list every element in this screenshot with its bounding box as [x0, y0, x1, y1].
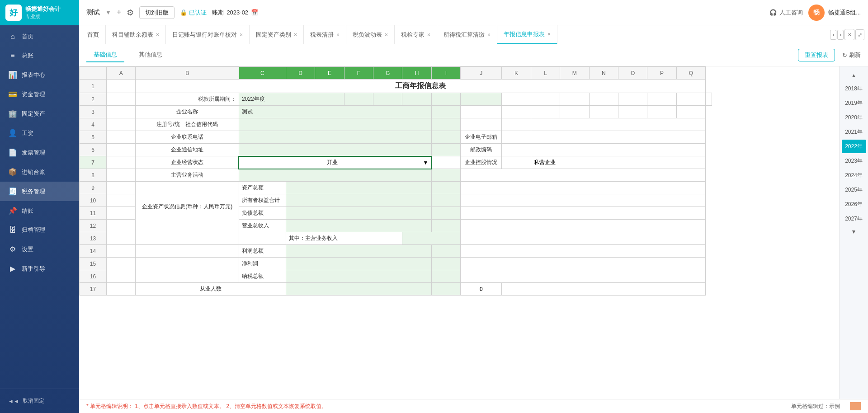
year-2025[interactable]: 2025年 [842, 183, 866, 197]
year-2021[interactable]: 2021年 [842, 125, 866, 139]
cell-15b[interactable] [136, 258, 239, 270]
cell-14i[interactable] [431, 245, 460, 258]
year-2019[interactable]: 2019年 [842, 96, 866, 110]
cell-7c-dropdown[interactable]: 开业 ▼ [239, 156, 431, 169]
year-2023[interactable]: 2023年 [842, 154, 866, 168]
col-header-m[interactable]: M [560, 67, 589, 80]
cell-2k[interactable] [531, 93, 560, 106]
tab-fixed-close[interactable]: × [294, 32, 297, 38]
col-header-j[interactable]: J [461, 67, 502, 80]
sidebar-item-tax[interactable]: 🧾 税务管理 [0, 182, 79, 201]
cell-3p[interactable] [647, 106, 676, 118]
cell-11j[interactable] [461, 207, 706, 220]
cell-6k[interactable] [502, 144, 706, 156]
sidebar-item-closing[interactable]: 📌 结账 [0, 201, 79, 221]
cell-17a[interactable] [107, 283, 136, 296]
cell-6a[interactable] [107, 144, 136, 156]
col-header-g[interactable]: G [373, 67, 402, 80]
cell-2g[interactable] [402, 93, 431, 106]
cell-16b[interactable] [136, 270, 239, 283]
cell-9a[interactable] [107, 182, 136, 194]
cell-2l[interactable] [560, 93, 589, 106]
tab-close-all-button[interactable]: × [844, 29, 854, 40]
cell-10j[interactable] [461, 194, 706, 207]
cell-2q[interactable] [706, 93, 712, 106]
tab-income-tax[interactable]: 所得税汇算清缴 × [437, 25, 497, 44]
tab-home[interactable]: 首页 [81, 25, 106, 44]
user-menu[interactable]: 畅 畅捷通B组... [808, 5, 861, 21]
cell-12j[interactable] [461, 220, 706, 232]
sidebar-item-settings[interactable]: ⚙ 设置 [0, 239, 79, 259]
cell-17i[interactable] [431, 283, 460, 296]
cell-10a[interactable] [107, 194, 136, 207]
cell-8j[interactable] [461, 169, 706, 182]
cell-12a[interactable] [107, 220, 136, 232]
cell-14b[interactable] [136, 245, 239, 258]
cell-9d[interactable] [286, 182, 431, 194]
cell-17d[interactable] [286, 283, 431, 296]
cell-8a[interactable] [107, 169, 136, 182]
cell-2m[interactable] [589, 93, 618, 106]
cell-3i[interactable] [431, 106, 460, 118]
cell-11d[interactable] [286, 207, 431, 220]
cell-3c[interactable]: 测试 [239, 106, 431, 118]
cell-2i[interactable] [461, 93, 502, 106]
cell-15j[interactable] [461, 258, 706, 270]
col-header-a[interactable]: A [107, 67, 136, 80]
cell-3q[interactable] [676, 106, 705, 118]
refresh-button[interactable]: ↻ 刷新 [842, 51, 861, 59]
sidebar-item-ledger[interactable]: ≡ 总账 [0, 46, 79, 65]
col-header-p[interactable]: P [647, 67, 676, 80]
sidebar-item-home[interactable]: ⌂ 首页 [0, 27, 79, 46]
cell-4j[interactable] [461, 118, 502, 131]
cell-11a[interactable] [107, 207, 136, 220]
col-header-d[interactable]: D [286, 67, 315, 80]
unpin-button[interactable]: ◄◄ 取消固定 [0, 393, 79, 409]
cell-2p[interactable] [676, 93, 705, 106]
tab-annual-report-close[interactable]: × [547, 31, 551, 38]
spreadsheet-scroll[interactable]: A B C D E F G H I J K L [79, 66, 839, 399]
cell-2n[interactable] [618, 93, 647, 106]
cell-3n[interactable] [589, 106, 618, 118]
year-2026[interactable]: 2026年 [842, 197, 866, 211]
cell-4a[interactable] [107, 118, 136, 131]
tab-fixed[interactable]: 固定资产类别 × [250, 25, 304, 44]
add-button[interactable]: + [117, 8, 122, 17]
cell-12i[interactable] [431, 220, 460, 232]
cell-17k[interactable] [502, 283, 706, 296]
tab-aux[interactable]: 科目辅助余额表 × [106, 25, 166, 44]
cell-2e[interactable] [344, 93, 373, 106]
cell-5k[interactable] [502, 131, 706, 144]
col-header-k[interactable]: K [502, 67, 531, 80]
tab-journal-close[interactable]: × [240, 32, 243, 38]
tab-annual-report[interactable]: 年报信息申报表 × [497, 25, 557, 44]
cell-8i[interactable] [431, 169, 460, 182]
cell-2f[interactable] [373, 93, 402, 106]
tab-tax-wave-close[interactable]: × [385, 32, 388, 38]
calendar-icon[interactable]: 📅 [251, 9, 258, 16]
col-header-f[interactable]: F [344, 67, 373, 80]
year-2022[interactable]: 2022年 [842, 140, 866, 153]
cell-14d[interactable] [286, 245, 431, 258]
cell-15d[interactable] [286, 258, 431, 270]
col-header-l[interactable]: L [531, 67, 560, 80]
cell-16i[interactable] [431, 270, 460, 283]
tab-tax-check-close[interactable]: × [427, 32, 430, 38]
sidebar-item-wages[interactable]: 👤 工资 [0, 123, 79, 143]
tab-next-button[interactable]: › [837, 30, 844, 40]
cell-10d[interactable] [286, 194, 431, 207]
tab-expand-button[interactable]: ⤢ [855, 29, 864, 40]
cell-7k[interactable] [502, 156, 531, 169]
cell-16j[interactable] [461, 270, 706, 283]
cell-2a[interactable] [107, 93, 136, 106]
cell-4i[interactable] [431, 118, 460, 131]
cell-3k[interactable] [502, 106, 531, 118]
cell-5a[interactable] [107, 131, 136, 144]
year-2018[interactable]: 2018年 [842, 82, 866, 95]
cell-4k[interactable] [502, 118, 531, 131]
sidebar-item-guide[interactable]: ▶ 新手引导 [0, 259, 79, 278]
cell-2o[interactable] [647, 93, 676, 106]
tab-prev-button[interactable]: ‹ [830, 30, 836, 40]
sidebar-item-assets[interactable]: 🏢 固定资产 [0, 104, 79, 123]
year-2027[interactable]: 2027年 [842, 212, 866, 225]
